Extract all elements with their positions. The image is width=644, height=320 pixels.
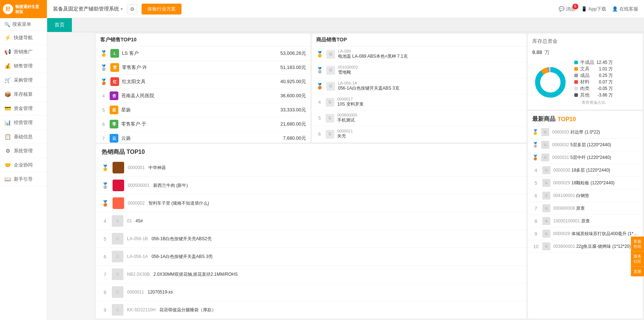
left-panel bbox=[47, 32, 94, 320]
product-name: 18多层 (1220*2440) bbox=[571, 168, 610, 173]
avatar: 红 bbox=[110, 77, 119, 86]
rank-num: 4 bbox=[316, 99, 323, 105]
sidebar-item-快捷导航[interactable]: ⚡快捷导航 bbox=[0, 31, 47, 45]
list-item[interactable]: 5 G 0000029 18颗粒板 (1220*2440) bbox=[528, 177, 643, 189]
table-row[interactable]: 7 G LA-59651-1B 59651-1B旋转投影灯电池盒ABS黑色+58… bbox=[312, 142, 526, 143]
sidebar-item-销售管理[interactable]: 💰销售管理 bbox=[0, 59, 47, 73]
product-image: G bbox=[112, 215, 123, 227]
list-item[interactable]: 6 G LA-056-1A 056-1A白色按键开关盖ABS 3壳 bbox=[96, 248, 526, 266]
sidebar-item-营销推广[interactable]: 📢营销推广 bbox=[0, 45, 47, 59]
product-name: 原查 bbox=[576, 206, 585, 211]
table-row[interactable]: 5 G 000800005 手机测试 bbox=[312, 110, 526, 126]
list-item[interactable]: 10 G 003800001 22g鱼豆腐-烧烤味 (1*12*20) bbox=[528, 240, 643, 253]
message-badge: 6 bbox=[572, 4, 578, 9]
app-download-button[interactable]: 📱 App下载 bbox=[581, 6, 606, 12]
product-name: 封边带 (1.0*22) bbox=[570, 130, 600, 135]
list-item[interactable]: 6 G 004100001 白钢垫 bbox=[528, 189, 643, 202]
list-item[interactable]: 8 G 10000100001 原查 bbox=[528, 215, 643, 227]
product-name: 智利车子里 (规格不知道填什么) bbox=[148, 200, 521, 206]
sidebar-item-库存核算[interactable]: 📦库存核算 bbox=[0, 87, 47, 102]
product-code: 01 bbox=[127, 218, 132, 223]
medal-icon: 🥇 bbox=[102, 164, 109, 171]
rank-num: 6 bbox=[100, 122, 107, 127]
list-item[interactable]: 🥇 G 0000033 封边带 (1.0*22) bbox=[528, 126, 643, 139]
table-row[interactable]: 4 杏 苍南县人民医院 36,600.00元 bbox=[96, 89, 310, 103]
service-community-button[interactable]: 服务社区 bbox=[631, 251, 644, 267]
product-code: 000800005 bbox=[337, 113, 522, 117]
customer-service-button[interactable]: 客服热线 bbox=[631, 237, 644, 252]
product-code: 000800008 bbox=[553, 206, 575, 211]
legend-label: 肉类 bbox=[580, 85, 595, 92]
chevron-down-icon: ▾ bbox=[121, 7, 123, 12]
search-menu[interactable]: 🔍 搜索菜单 bbox=[0, 18, 47, 31]
sidebar-item-系统管理[interactable]: ⚙系统管理 bbox=[0, 144, 47, 158]
customer-name: 零售客户·许 bbox=[122, 64, 277, 71]
list-item[interactable]: 8 G 0000011 12070519-xs bbox=[96, 283, 526, 301]
product-info: 001000002 雪地靴 bbox=[338, 65, 522, 75]
table-row[interactable]: 4 G 0000017 10S 变料罗浆 bbox=[312, 94, 526, 110]
product-image: G bbox=[112, 233, 123, 245]
list-item[interactable]: 7 G NB2.0X30B 2.0X30MM双搓花轴,搓花直径2.1MM/ROH… bbox=[96, 266, 526, 283]
table-row[interactable]: 🥇 G LA-089 电池盖 LA-089 ABS本色+黑种 7.1克 bbox=[312, 46, 526, 62]
table-row[interactable]: 🥉 红 红太阳文具 40,925.00元 bbox=[96, 75, 310, 89]
sidebar-item-经营管理[interactable]: 📊经营管理 bbox=[0, 116, 47, 130]
list-item[interactable]: 🥇 0000001 中华神器 bbox=[96, 159, 526, 177]
sidebar-item-新手引导[interactable]: 📖新手引导 bbox=[0, 172, 47, 186]
sidebar-item-企业协同[interactable]: 🤝企业协同 bbox=[0, 158, 47, 172]
table-row[interactable]: 7 云 云扬 7,680.00元 bbox=[96, 131, 310, 143]
list-item[interactable]: 🥈 G 0000032 5层多层 (1220*2440) bbox=[528, 139, 643, 151]
table-row[interactable]: 6 G 0000021 夹壳 bbox=[312, 126, 526, 142]
product-code: LA-056-1A bbox=[338, 81, 522, 85]
table-row[interactable]: 🥈 G 001000002 雪地靴 bbox=[312, 62, 526, 78]
sidebar-item-基础信息[interactable]: 📋基础信息 bbox=[0, 130, 47, 144]
nav-icon: ⚡ bbox=[4, 34, 11, 41]
trial-button[interactable]: 体验行业方案 bbox=[142, 4, 182, 15]
product-code: 0000029 bbox=[553, 180, 570, 185]
product-name: 体城蔗枝味苏打饮品400毫升 (1*15) bbox=[571, 231, 638, 236]
table-row[interactable]: 🥉 G LA-056-1A 056-1A白色按键开关盖ABS 3克 bbox=[312, 78, 526, 94]
list-item[interactable]: 5 G LA-056-1B 056-1B白色按键开关壳ABS2壳 bbox=[96, 230, 526, 248]
product-info: 000800005 手机测试 bbox=[337, 113, 522, 123]
customer-name: 星扬 bbox=[121, 107, 277, 113]
table-row[interactable]: 5 星 星扬 33,333.00元 bbox=[96, 103, 310, 117]
product-name: 45# bbox=[135, 218, 521, 223]
message-button[interactable]: 💬 消息 6 bbox=[559, 6, 575, 12]
list-item[interactable]: 🥈 000500001 新西兰牛肉 (新牛) bbox=[96, 177, 526, 194]
product-image: G bbox=[326, 98, 334, 107]
medal-icon: 🥇 bbox=[316, 51, 323, 58]
list-item[interactable]: 4 G 01 45# bbox=[96, 212, 526, 230]
content-area: 客户销售TOP10 🥇 L LS 客户 53,006.26元 🥈 零 零售客户·… bbox=[47, 32, 644, 320]
list-item[interactable]: 9 G 0000028 体城蔗枝味苏打饮品400毫升 (1*15) bbox=[528, 227, 643, 240]
product-ranking-title: 商品销售TOP bbox=[312, 34, 526, 46]
table-row[interactable]: 🥇 L LS 客户 53,006.26元 bbox=[96, 46, 310, 61]
list-item[interactable]: 7 G 000800008 原查 bbox=[528, 202, 643, 215]
legend-label: 文具 bbox=[580, 66, 597, 72]
customer-name: LS 客户 bbox=[122, 50, 277, 57]
product-code: 0000011 bbox=[127, 290, 144, 295]
inventory-amount: 9.88 万 bbox=[532, 46, 638, 56]
table-row[interactable]: 🥈 零 零售客户·许 51,183.00元 bbox=[96, 61, 310, 75]
list-item[interactable]: 4 G 0000030 18多层 (1220*2440) bbox=[528, 164, 643, 177]
list-item[interactable]: 🥉 0000002 智利车子里 (规格不知道填什么) bbox=[96, 194, 526, 212]
sidebar-item-资金管理[interactable]: 💳资金管理 bbox=[0, 102, 47, 116]
rank-num: 8 bbox=[102, 290, 108, 295]
list-item[interactable]: 🥉 G 0000031 5层中纤 (1220*2440) bbox=[528, 151, 643, 164]
list-item[interactable]: 9 G KK-SD22110H 花语萌值温分腿睡袋（厚款） bbox=[96, 301, 526, 319]
product-name: 10S 变料罗浆 bbox=[337, 101, 522, 107]
avatar: L bbox=[110, 49, 119, 58]
live-stream-button[interactable]: 直播 bbox=[631, 267, 644, 276]
middle-area: 客户销售TOP10 🥇 L LS 客户 53,006.26元 🥈 零 零售客户·… bbox=[94, 32, 528, 320]
settings-button[interactable]: ⚙ bbox=[127, 4, 137, 14]
legend-label: 成品 bbox=[580, 72, 597, 79]
nav-icon: 📋 bbox=[4, 134, 11, 140]
nav-list: ⚡快捷导航📢营销推广💰销售管理🛒采购管理📦库存核算💳资金管理📊经营管理📋基础信息… bbox=[0, 31, 47, 186]
table-row[interactable]: 6 零 零售客户·于 21,680.00元 bbox=[96, 117, 310, 131]
product-name: 新西兰牛肉 (新牛) bbox=[153, 182, 521, 189]
nav-icon: 📢 bbox=[4, 49, 11, 55]
legend-item: 材料 0.07 万 bbox=[574, 79, 613, 85]
avatar: 星 bbox=[110, 106, 118, 114]
online-service-button[interactable]: 👤 在线客服 bbox=[612, 6, 638, 12]
sidebar-item-采购管理[interactable]: 🛒采购管理 bbox=[0, 73, 47, 87]
tab-home[interactable]: 首页 bbox=[47, 18, 72, 32]
product-code: 10000100001 bbox=[553, 218, 580, 223]
